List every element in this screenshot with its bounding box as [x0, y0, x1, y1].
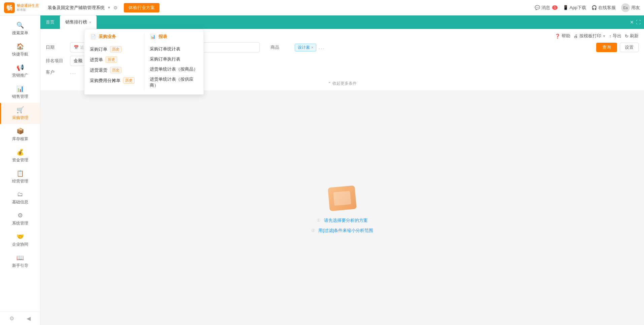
logo-char: 畅: [6, 4, 12, 12]
dropdown-item-goods-receipt[interactable]: 进货单 历史: [90, 54, 139, 65]
sidebar-item-finance[interactable]: 💰 资金管理: [0, 145, 40, 166]
sidebar-item-quicknav[interactable]: 🏠 快捷导航: [0, 39, 40, 60]
print-tpl-btn[interactable]: 🖨 按模板打印 ▼: [574, 33, 606, 39]
sidebar-item-operations[interactable]: 📋 经营管理: [0, 166, 40, 188]
print-arrow-icon: ▼: [603, 34, 606, 38]
dropdown-item-purchase-order[interactable]: 采购订单 历史: [90, 44, 139, 54]
dropdown-item-receipt-stats-goods[interactable]: 进货单统计表（按商品）: [150, 64, 199, 74]
megaphone-icon: 📢: [16, 64, 24, 71]
headset-icon: 🎧: [592, 5, 597, 10]
sidebar-label-enterprise: 企业协同: [12, 242, 28, 247]
sidebar-settings-icon[interactable]: ⚙: [9, 315, 14, 322]
purchase-order-history[interactable]: 历史: [110, 46, 121, 52]
app-download-btn[interactable]: 📱 App下载: [563, 5, 586, 11]
sidebar-item-system[interactable]: ⚙ 系统管理: [0, 208, 40, 230]
dropdown-item-receipt-stats-supplier[interactable]: 进货单统计表（按供应商）: [150, 74, 199, 90]
export-icon: ↑: [609, 34, 612, 39]
system-name-area: 装备及固定资产辅助管理系统 ▼ ⚙ 体验行业方案: [44, 3, 535, 12]
online-service-btn[interactable]: 🎧 在线客服: [592, 5, 616, 11]
sidebar-item-basicinfo[interactable]: 🗂 基础信息: [0, 188, 40, 208]
tab-sales-rank[interactable]: 销售排行榜 ×: [60, 15, 97, 29]
goods-filter-area: 设计素 × ...: [295, 44, 325, 51]
industry-btn[interactable]: 体验行业方案: [124, 3, 159, 12]
report-col-icon: 📊: [150, 33, 156, 40]
sidebar-item-marketing[interactable]: 📢 营销推广: [0, 60, 40, 82]
empty-hint-2: ② 用[过滤]条件来缩小分析范围: [311, 228, 373, 234]
empty-box-shape: [328, 186, 357, 211]
dropdown-item-order-stats[interactable]: 采购订单统计表: [150, 44, 199, 54]
receipt-stats-supplier-label: 进货单统计表（按供应商）: [150, 76, 199, 88]
message-btn[interactable]: 💬 消息 5: [535, 5, 558, 11]
system-name-text: 装备及固定资产辅助管理系统: [48, 5, 105, 11]
goods-receipt-history[interactable]: 历史: [106, 56, 117, 63]
help-icon: ❓: [555, 34, 560, 39]
tab-bar: 首页 销售排行榜 × ✕ ⛶: [40, 15, 644, 29]
gear-icon[interactable]: ⚙: [113, 5, 118, 10]
goods-tag-remove[interactable]: ×: [311, 45, 313, 49]
export-btn[interactable]: ↑ 导出: [609, 33, 622, 39]
money-icon: 💰: [16, 149, 24, 156]
goods-tag[interactable]: 设计素 ×: [295, 44, 316, 51]
purchase-expense-history[interactable]: 历史: [123, 77, 135, 84]
tab-home[interactable]: 首页: [40, 15, 60, 29]
tab-maximize-icon[interactable]: ⛶: [636, 19, 641, 25]
dropdown-item-order-exec[interactable]: 采购订单执行表: [150, 54, 199, 64]
tab-bar-right: ✕ ⛶: [630, 19, 644, 25]
empty-hint-2-text: 用[过滤]条件来缩小分析范围: [318, 228, 373, 233]
sidebar-label-newbie: 新手引导: [12, 263, 28, 269]
sidebar-item-inventory[interactable]: 📦 库存核算: [0, 124, 40, 145]
date-label: 日期: [46, 44, 66, 50]
content-area: 首页 销售排行榜 × ✕ ⛶ ❓ 帮助: [40, 15, 644, 325]
collapse-label: 收起更多条件: [332, 81, 357, 86]
goods-return-history[interactable]: 历史: [110, 67, 121, 73]
goods-tag-text: 设计素: [298, 45, 310, 50]
folder-icon: 🗂: [17, 191, 23, 198]
receipt-stats-goods-label: 进货单统计表（按商品）: [150, 66, 198, 72]
refresh-label: 刷新: [630, 33, 639, 39]
username-label: 用友: [631, 5, 640, 11]
sidebar-collapse-icon[interactable]: ◀: [27, 315, 31, 322]
goods-dots[interactable]: ...: [318, 44, 325, 50]
sidebar-label-inventory: 库存核算: [12, 136, 28, 142]
sidebar-label-operations: 经营管理: [12, 178, 28, 184]
sidebar-item-search[interactable]: 🔍 搜索菜单: [0, 18, 40, 39]
refresh-btn[interactable]: ↻ 刷新: [625, 33, 639, 39]
customer-filter-area: ...: [70, 69, 76, 75]
tab-close-icon[interactable]: ×: [89, 20, 91, 24]
sidebar-item-purchase[interactable]: 🛒 采购管理: [0, 103, 40, 124]
tab-close-window-icon[interactable]: ✕: [630, 19, 634, 25]
system-name-dropdown-arrow[interactable]: ▼: [107, 6, 111, 9]
app-download-label: App下载: [570, 5, 586, 11]
dropdown-item-goods-return[interactable]: 进货退货 历史: [90, 65, 139, 75]
header-right: 💬 消息 5 📱 App下载 🎧 在线客服 Ea 用友: [535, 3, 640, 12]
purchase-expense-label: 采购费用分摊单: [90, 78, 120, 84]
query-btn[interactable]: 查询: [596, 43, 617, 52]
handshake-icon: 🤝: [16, 233, 24, 240]
dropdown-col-report-label: 报表: [158, 34, 167, 40]
dropdown-col-report-title: 📊 报表: [150, 33, 199, 40]
settings-btn[interactable]: 设置: [620, 43, 639, 52]
settings-icon: ⚙: [17, 212, 23, 219]
rank-value-text: 金额: [74, 58, 82, 64]
purchase-order-label: 采购订单: [90, 46, 107, 52]
avatar-text: Ea: [623, 6, 628, 10]
sidebar-item-enterprise[interactable]: 🤝 企业协同: [0, 230, 40, 251]
logo-text-area: 畅捷通好生意 标准版: [17, 3, 39, 12]
dropdown-item-purchase-expense[interactable]: 采购费用分摊单 历史: [90, 75, 139, 86]
user-area[interactable]: Ea 用友: [621, 3, 640, 12]
book-icon: 📖: [16, 254, 24, 261]
empty-hint-1: ① 请先选择要分析的方案: [317, 217, 368, 224]
order-stats-label: 采购订单统计表: [150, 46, 180, 52]
toolbar-right: ❓ 帮助 🖨 按模板打印 ▼ ↑ 导出 ↻: [555, 33, 639, 39]
sidebar-bottom: ⚙ ◀: [0, 312, 40, 325]
logo-text: 畅捷通好生意: [17, 3, 39, 8]
refresh-icon: ↻: [625, 34, 629, 39]
sidebar-label-sales: 销售管理: [12, 94, 28, 99]
sidebar-item-newbie[interactable]: 📖 新手引导: [0, 251, 40, 272]
business-col-icon: 📄: [90, 33, 97, 40]
help-btn[interactable]: ❓ 帮助: [555, 33, 570, 39]
rank-label: 排名项目: [46, 58, 66, 64]
avatar: Ea: [621, 3, 630, 12]
customer-dots[interactable]: ...: [70, 69, 76, 75]
sidebar-item-sales[interactable]: 📊 销售管理: [0, 82, 40, 103]
